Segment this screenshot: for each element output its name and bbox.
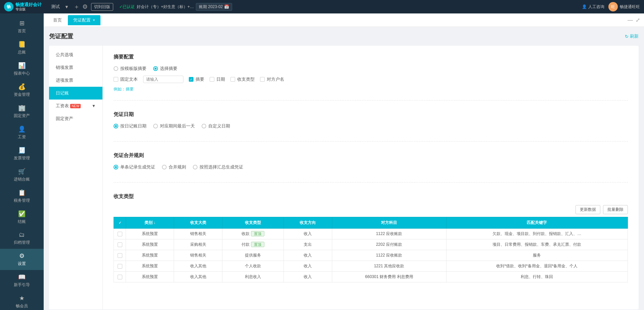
income-expense-table-section: ✓ 类别 ↓ 收支大类 收支类型 收支方向 对方科目 匹配关键字	[114, 217, 628, 282]
sidebar-label-invoices: 发票管理	[14, 155, 30, 161]
row-checkbox[interactable]	[118, 242, 122, 247]
sidebar-label-reports: 报表中心	[14, 71, 30, 76]
summary-radio-group: 按模板版摘要 选择摘要	[114, 66, 628, 72]
sidebar-item-salary[interactable]: 👤 工资	[0, 122, 44, 143]
payroll-chevron-icon: ▼	[92, 104, 96, 108]
sidebar-item-fixed-assets[interactable]: 🏢 固定资产	[0, 101, 44, 122]
row-checkbox-cell[interactable]	[114, 261, 126, 272]
row-checkbox[interactable]	[118, 253, 122, 258]
row-direction: 支出	[284, 239, 332, 250]
top-tag[interactable]: 置顶	[251, 231, 264, 236]
summary-radio-template[interactable]: 按模板版摘要	[114, 66, 146, 72]
sidebar-item-archive[interactable]: 🗂 归档管理	[0, 228, 44, 249]
header-checkbox[interactable]: ✓	[118, 221, 122, 225]
radio-journal-date-circle	[114, 124, 118, 128]
date-radio-custom[interactable]: 自定义日期	[202, 123, 230, 129]
tab-home[interactable]: 首页	[48, 15, 67, 25]
row-checkbox-cell[interactable]	[114, 250, 126, 261]
row-checkbox-cell[interactable]	[114, 229, 126, 239]
sidebar-item-guide[interactable]: 📖 新手引导	[0, 270, 44, 291]
settings-icon[interactable]: ⚙	[82, 3, 88, 10]
config-nav-public[interactable]: 公共选项	[49, 48, 102, 61]
fixed-text-input[interactable]	[143, 76, 183, 83]
sidebar-item-reports[interactable]: 📊 报表中心	[0, 59, 44, 80]
th-category: 类别 ↓	[126, 217, 174, 229]
switch-old-version-button[interactable]: 切到旧版	[91, 3, 113, 11]
checkbox-counterparty-name[interactable]: 对方户名	[260, 76, 284, 82]
row-checkbox[interactable]	[118, 275, 122, 279]
archive-icon: 🗂	[19, 231, 25, 238]
config-layout: 公共选项 销项发票 进项发票 日记账 工资表 NEW ▼	[49, 46, 639, 309]
tab-voucher-config[interactable]: 凭证配置 ×	[68, 15, 100, 25]
row-keywords: 欠款、现金、项目款、到付款、报销款、汇入、…	[446, 229, 628, 239]
sidebar-item-invoices[interactable]: 🧾 发票管理	[0, 143, 44, 164]
table-actions: 更新数据 批量删除	[114, 205, 628, 214]
update-data-button[interactable]: 更新数据	[575, 205, 600, 214]
checkbox-fixed-text[interactable]: 固定文本	[114, 76, 138, 82]
sidebar-item-ledger[interactable]: 📒 总账	[0, 37, 44, 59]
brand: 畅 畅捷通好会计 专业版	[4, 2, 48, 11]
date-section-title: 凭证日期	[114, 111, 628, 118]
salary-icon: 👤	[18, 125, 26, 133]
sidebar-item-close[interactable]: ✅ 结账	[0, 207, 44, 228]
expand-icon[interactable]: ⤢	[636, 17, 640, 23]
sidebar-item-tax[interactable]: 📋 税务管理	[0, 186, 44, 207]
sidebar-item-home[interactable]: ⊞ 首页	[0, 16, 44, 37]
merge-radio-single[interactable]: 单条记录生成凭证	[114, 164, 155, 170]
row-checkbox-cell[interactable]	[114, 272, 126, 282]
reports-icon: 📊	[18, 62, 26, 69]
sidebar-label-home: 首页	[18, 28, 26, 34]
period-badge[interactable]: 账期 2023-02 📅	[196, 3, 232, 11]
date-radio-journal[interactable]: 按日记账日期	[114, 123, 146, 129]
checkbox-date[interactable]: 日期	[210, 76, 225, 82]
config-nav-purchase-invoice[interactable]: 进项发票	[49, 74, 102, 87]
checkbox-summary[interactable]: ✓ 摘要	[189, 76, 204, 82]
row-account: 1221 其他应收款	[332, 261, 446, 272]
customer-service-link[interactable]: 👤 人工咨询	[582, 4, 604, 10]
th-type: 收支类型	[222, 217, 284, 229]
add-icon[interactable]: ＋	[74, 3, 80, 11]
row-checkbox-cell[interactable]	[114, 239, 126, 250]
row-checkbox[interactable]	[118, 264, 122, 269]
username-label: 畅捷通旺旺	[620, 4, 640, 10]
table-row: 系统预置 收入其他 利息收入 收入 660301 财务费用 利息费用 利息、行转…	[114, 272, 628, 282]
summary-checkbox-group: 固定文本 ✓ 摘要 日期	[114, 76, 628, 83]
table-row: 系统预置 销售相关 提供服务 收入 1122 应收账款 服务	[114, 250, 628, 261]
config-nav-fixed-assets-setting[interactable]: 固定资产	[49, 112, 102, 125]
summary-radio-select[interactable]: 选择摘要	[153, 66, 177, 72]
sidebar-item-settings[interactable]: ⚙ 设置	[0, 249, 44, 270]
merge-radio-rule[interactable]: 合并规则	[162, 164, 186, 170]
batch-delete-button[interactable]: 批量删除	[603, 205, 628, 214]
row-big-category: 采购相关	[174, 239, 222, 250]
config-main: 摘要配置 按模板版摘要 选择摘要	[103, 46, 639, 309]
row-type: 收款 置顶	[222, 229, 284, 239]
minimize-icon[interactable]: —	[628, 17, 633, 23]
tab-close-icon[interactable]: ×	[93, 18, 95, 23]
config-nav-payroll[interactable]: 工资表 NEW ▼	[49, 100, 102, 112]
invoices-icon: 🧾	[18, 147, 26, 154]
page-header: 凭证配置 ↻ 刷新	[49, 32, 639, 40]
th-checkbox[interactable]: ✓	[114, 217, 126, 229]
sidebar-label-member: 畅会员	[16, 303, 28, 309]
checkbox-income-expense-type[interactable]: 收支类型	[230, 76, 255, 82]
refresh-button[interactable]: ↻ 刷新	[625, 33, 639, 39]
fixed-assets-icon: 🏢	[18, 104, 26, 112]
brand-icon: 畅	[4, 2, 13, 11]
date-radio-period-last[interactable]: 对应期间最后一天	[153, 123, 195, 129]
sidebar-item-funds[interactable]: 💰 资金管理	[0, 80, 44, 101]
tab-chevron-icon[interactable]: ▼	[65, 4, 69, 9]
sidebar-item-purchase-sales[interactable]: 🛒 进销台账	[0, 164, 44, 186]
row-checkbox[interactable]	[118, 232, 122, 236]
top-tag[interactable]: 置顶	[251, 242, 264, 247]
config-nav-sales-invoice[interactable]: 销项发票	[49, 61, 102, 74]
sidebar-item-member[interactable]: ★ 畅会员	[0, 291, 44, 310]
config-nav-journal[interactable]: 日记账	[49, 87, 102, 100]
merge-radio-aggregate[interactable]: 按照选择汇总生成凭证	[193, 164, 243, 170]
table-row: 系统预置 销售相关 收款 置顶 收入 1122 应收账款 欠款、现金、项目款、到…	[114, 229, 628, 239]
radio-period-last-circle	[153, 124, 158, 128]
row-account: 2202 应付账款	[332, 239, 446, 250]
edition-badge: 好会计（专）+好生意（标）+…	[137, 4, 194, 10]
config-nav: 公共选项 销项发票 进项发票 日记账 工资表 NEW ▼	[49, 46, 103, 309]
user-avatar-area[interactable]: 旺 畅捷通旺旺	[608, 2, 640, 11]
sidebar-label-archive: 归档管理	[14, 240, 30, 245]
